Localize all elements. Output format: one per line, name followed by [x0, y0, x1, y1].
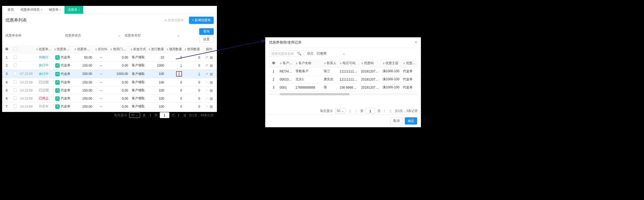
col-status[interactable]: ▲▼优惠券状态 [35, 45, 53, 53]
confirm-button[interactable]: 确定 [405, 117, 417, 125]
page-header: 优惠券列表 ⟳ 发放优惠券 + 新增优惠券 [2, 14, 217, 27]
col-gear[interactable] [2, 45, 11, 53]
filter-row: 优惠券名称 优惠券状态 ⌄ 优惠券类型 ⌄ 查询 设置 [2, 27, 217, 45]
table-row[interactable]: 714 23:59待发布代 代金券150.00--0.00客户领取10000↗▦ [2, 103, 217, 110]
page-input[interactable] [160, 112, 169, 118]
checkbox-all[interactable] [13, 47, 17, 51]
table-row[interactable]: 614 23:59已终止代 代金券150.00--0.00客户领取10000↗▦ [2, 94, 217, 103]
next-page-button[interactable]: ⟩ [177, 113, 180, 117]
col-check[interactable] [11, 45, 19, 53]
status-select[interactable]: 已使用 ⌄ [317, 51, 345, 56]
share-icon[interactable]: ↗ [205, 96, 208, 100]
prev-page-button[interactable]: ⟨ [355, 109, 358, 113]
col-cust-name[interactable]: ▲▼客户名称 [294, 59, 322, 67]
coupon-type-select[interactable]: ⌄ [142, 32, 180, 39]
share-icon[interactable]: ↗ [205, 55, 208, 59]
prev-page-button[interactable]: ⟨ [149, 113, 152, 117]
first-page-button[interactable]: |⟨ [348, 109, 352, 113]
share-icon[interactable]: ↗ [205, 72, 208, 76]
claim-count-link[interactable]: 1 [180, 64, 182, 67]
coupon-badge-icon: 代 [55, 55, 60, 60]
tab-sales[interactable]: 销货单× [46, 6, 64, 14]
chevron-down-icon: ⌄ [343, 52, 345, 55]
col-action: 操作 [201, 45, 217, 53]
coupon-name-input[interactable] [23, 32, 61, 39]
qrcode-icon[interactable]: ▦ [210, 72, 213, 76]
table-row[interactable]: 3000117666666666张156 6666 ...201912070..… [269, 83, 417, 92]
close-icon[interactable]: × [60, 8, 61, 11]
coupon-status-select[interactable]: ⌄ [83, 32, 120, 39]
next-page-button[interactable]: ⟩ [383, 109, 386, 113]
first-page-button[interactable]: |⟨ [142, 113, 147, 117]
per-page-select[interactable]: 50 ⌄ [335, 108, 346, 114]
search-input[interactable] [271, 52, 297, 56]
table-row[interactable]: 514 23:59已过期代 代金券150.00--0.00客户领取10000↗▦ [2, 86, 217, 94]
row-checkbox[interactable] [13, 88, 17, 92]
col-ctype[interactable]: ▲▼优惠券类 [401, 59, 417, 67]
col-code[interactable]: ▲▼优惠码 [359, 59, 381, 67]
table-row[interactable]: 200010001北京1唐先生111111111112019120700...满… [269, 75, 417, 83]
col-gear[interactable] [269, 59, 278, 67]
per-page-select[interactable]: 50 ⌄ [129, 112, 140, 118]
coupon-badge-icon: 代 [55, 72, 60, 76]
close-icon[interactable]: × [415, 40, 417, 45]
share-icon[interactable]: ↗ [205, 80, 208, 84]
col-use[interactable]: ▲▼使用数量 [183, 45, 201, 53]
close-icon[interactable]: × [78, 8, 80, 11]
tab-coupon[interactable]: 优惠券× [64, 6, 83, 14]
qrcode-icon[interactable]: ▦ [210, 55, 213, 59]
last-page-button[interactable]: ⟩| [388, 109, 393, 113]
search-icon[interactable]: 🔍 [297, 52, 301, 56]
qrcode-icon[interactable]: ▦ [210, 63, 213, 67]
row-checkbox[interactable] [13, 63, 17, 67]
col-cust-code[interactable]: ▲▼客户... [278, 59, 294, 67]
col-topic[interactable]: ▲▼优惠主题 [381, 59, 401, 67]
col-phone[interactable]: ▲▼电话号码 [338, 59, 359, 67]
page-input[interactable] [366, 108, 375, 114]
col-issue[interactable]: ▲▼发行数量 [147, 45, 165, 53]
coupon-badge-icon: 代 [55, 80, 60, 85]
query-button[interactable]: 查询 [199, 28, 214, 35]
qrcode-icon[interactable]: ▦ [210, 104, 213, 108]
settings-button[interactable]: 设置 [199, 36, 214, 43]
col-contact[interactable]: ▲▼联系人 [322, 59, 338, 67]
table-row[interactable]: 307 23:59执行中代 代金券200.00--1000.00客户领取1003… [2, 70, 217, 78]
gear-icon [5, 47, 9, 51]
col-disc[interactable]: ▲▼折扣% [93, 45, 109, 53]
last-page-button[interactable]: ⟩| [183, 113, 187, 117]
close-icon[interactable]: × [41, 8, 42, 11]
use-count-link[interactable]: 1 [198, 72, 200, 76]
horizontal-scrollbar[interactable] [269, 93, 417, 95]
search-box[interactable]: 🔍 [269, 50, 304, 57]
qrcode-icon[interactable]: ▦ [210, 96, 213, 100]
col-dist[interactable]: ▲▼发放方式 [129, 45, 147, 53]
row-checkbox[interactable] [13, 104, 17, 108]
share-icon[interactable]: ↗ [205, 104, 208, 108]
add-coupon-button[interactable]: + 新增优惠券 [189, 17, 214, 24]
gear-icon [272, 61, 275, 65]
row-checkbox[interactable] [13, 96, 17, 100]
row-checkbox[interactable] [13, 80, 17, 84]
coupon-list-panel: 首页 优惠券详情页× 销货单× 优惠券× 优惠券列表 ⟳ 发放优惠券 + 新增优… [2, 6, 217, 112]
issue-coupon-button[interactable]: ⟳ 发放优惠券 [161, 17, 187, 24]
tab-detail[interactable]: 优惠券详情页× [17, 6, 46, 14]
coupon-badge-icon: 代 [55, 63, 60, 68]
table-row[interactable]: 2执行中代 代金券100.00--0.00客户领取100010↗▦ [2, 61, 217, 70]
row-checkbox[interactable] [13, 72, 17, 75]
col-claim[interactable]: ▲▼领用数量 [165, 45, 183, 53]
table-row[interactable]: 414 23:59已过期代 代金券150.00--0.00客户领取10000↗▦ [2, 78, 217, 86]
table-row[interactable]: 1待执行代 代金券50.00--0.00客户领取1000↗▦ [2, 53, 217, 61]
table-row[interactable]: 1RETAIL...零散客户张三111111111112019120700...… [269, 67, 417, 75]
col-type[interactable]: ▲▼优惠券类型 [53, 45, 73, 53]
share-icon[interactable]: ↗ [205, 63, 208, 67]
claim-count-link[interactable]: 3 [178, 72, 180, 76]
row-checkbox[interactable] [13, 55, 17, 59]
share-icon[interactable]: ↗ [205, 88, 208, 92]
qrcode-icon[interactable]: ▦ [210, 80, 213, 84]
col-thr[interactable]: ▲▼使用门槛... [109, 45, 129, 53]
tab-home[interactable]: 首页 [4, 6, 17, 14]
cancel-button[interactable]: 取消 [390, 117, 403, 125]
usage-record-modal: 优惠券领用/使用记录 × 🔍 状态 已使用 ⌄ ▲▼客户... ▲▼客户名称 ▲… [265, 37, 421, 127]
qrcode-icon[interactable]: ▦ [210, 88, 213, 92]
col-face[interactable]: ▲▼优惠券面值 [73, 45, 93, 53]
